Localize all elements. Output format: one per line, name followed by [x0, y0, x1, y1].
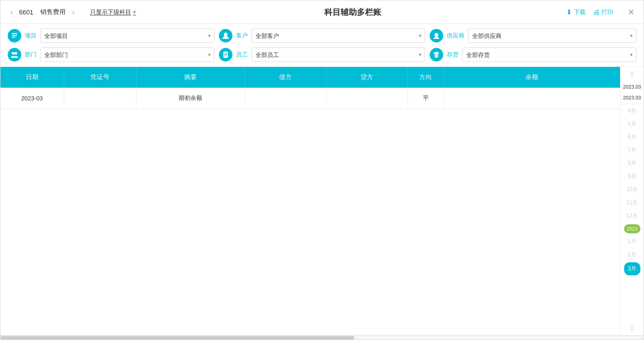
inventory-select[interactable]: 全部存货 — [462, 47, 636, 62]
project-select-wrapper[interactable]: 全部项目 — [40, 28, 214, 43]
timeline-item-9[interactable]: 9月 — [620, 170, 644, 183]
customer-select[interactable]: 全部客户 — [251, 28, 426, 43]
cell-credit — [326, 88, 407, 109]
show-sub-dropdown[interactable]: 只显示下级科目 ▾ — [86, 6, 140, 18]
timeline-items: 2023.03 2023.03 4月 5月 6月 7月 8月 9月 10月 11… — [620, 80, 644, 321]
col-header-date: 日期 — [0, 67, 64, 88]
download-btn[interactable]: ⬇ 下载 — [566, 8, 586, 16]
svg-rect-7 — [224, 53, 227, 54]
main-table-area[interactable]: 日期 凭证号 摘要 借方 贷方 方向 余额 2023-03 期初余额 — [0, 67, 620, 335]
account-name: 销售费用 — [40, 8, 66, 16]
project-icon — [8, 29, 21, 42]
svg-rect-9 — [224, 56, 226, 57]
filter-row-2: 部门 全部部门 员工 — [8, 47, 636, 62]
svg-rect-0 — [12, 33, 17, 34]
project-select[interactable]: 全部项目 — [40, 28, 214, 43]
side-timeline: ⇧ 2023.03 2023.03 4月 5月 6月 7月 8月 9月 10月 … — [620, 67, 644, 335]
svg-rect-2 — [12, 37, 15, 38]
supplier-select-wrapper[interactable]: 全部供应商 — [468, 28, 636, 43]
timeline-item-11[interactable]: 11月 — [620, 196, 644, 209]
employee-select-wrapper[interactable]: 全部员工 — [251, 47, 426, 62]
cell-date: 2023-03 — [0, 88, 64, 109]
account-code: 6601 — [19, 9, 33, 16]
timeline-item-next-1[interactable]: 1月 — [620, 235, 644, 248]
timeline-up-btn[interactable]: ⇧ — [620, 67, 644, 80]
svg-rect-8 — [224, 54, 227, 55]
customer-select-wrapper[interactable]: 全部客户 — [251, 28, 426, 43]
filter-item-customer: 客户 全部客户 — [219, 28, 426, 43]
timeline-item-4[interactable]: 4月 — [620, 104, 644, 118]
svg-point-3 — [435, 33, 438, 37]
filter-bar: 项目 全部项目 客户 全部客户 — [0, 24, 644, 67]
svg-point-5 — [14, 52, 17, 55]
filter-item-employee: 员工 全部员工 — [219, 47, 426, 62]
prev-account-btn[interactable]: ‹ — [8, 6, 15, 18]
timeline-down-btn[interactable]: ⇩ — [620, 321, 644, 335]
timeline-item-5[interactable]: 5月 — [620, 118, 644, 131]
dept-icon — [8, 48, 21, 61]
employee-select[interactable]: 全部员工 — [251, 47, 426, 62]
filter-item-inventory: 存货 全部存货 — [430, 47, 636, 62]
timeline-item-12[interactable]: 12月 — [620, 209, 644, 222]
cell-direction: 平 — [407, 88, 444, 109]
filter-item-dept: 部门 全部部门 — [8, 47, 214, 62]
col-header-balance: 余额 — [444, 67, 620, 88]
inventory-select-wrapper[interactable]: 全部存货 — [462, 47, 636, 62]
close-btn[interactable]: ✕ — [626, 5, 636, 19]
employee-icon — [219, 48, 232, 61]
dept-label: 部门 — [25, 51, 37, 59]
filter-item-supplier: 供应商 全部供应商 — [430, 28, 636, 43]
timeline-section-top: 2023.03 2023.03 — [620, 80, 644, 104]
timeline-item-2023-03-2[interactable]: 2023.03 — [620, 92, 644, 103]
timeline-item-next-2[interactable]: 2月 — [620, 248, 644, 261]
table-row[interactable]: 2023-03 期初余额 平 — [0, 88, 620, 109]
cell-debit — [245, 88, 326, 109]
timeline-item-10[interactable]: 10月 — [620, 183, 644, 196]
timeline-item-next-3[interactable]: 3月 — [624, 262, 640, 275]
page-title: 科目辅助多栏账 — [140, 7, 566, 18]
project-label: 项目 — [25, 32, 37, 40]
timeline-item-6[interactable]: 6月 — [620, 131, 644, 144]
cell-summary: 期初余额 — [136, 88, 245, 109]
cell-balance — [444, 88, 620, 109]
title-bar: ‹ 6601 销售费用 › 只显示下级科目 ▾ 科目辅助多栏账 ⬇ 下载 🖨 打… — [0, 0, 644, 24]
svg-rect-1 — [12, 35, 17, 36]
dept-select-wrapper[interactable]: 全部部门 — [40, 47, 214, 62]
print-icon: 🖨 — [593, 8, 600, 16]
supplier-select[interactable]: 全部供应商 — [468, 28, 636, 43]
chevron-down-icon: ▾ — [133, 9, 136, 15]
svg-point-4 — [12, 52, 14, 55]
employee-label: 员工 — [236, 51, 248, 59]
filter-row-1: 项目 全部项目 客户 全部客户 — [8, 28, 636, 43]
table-container: 日期 凭证号 摘要 借方 贷方 方向 余额 2023-03 期初余额 — [0, 67, 644, 335]
inventory-icon — [430, 48, 443, 61]
customer-icon — [219, 29, 232, 42]
timeline-item-7[interactable]: 7月 — [620, 144, 644, 157]
inventory-label: 存货 — [447, 51, 459, 59]
cell-voucher — [64, 88, 136, 109]
timeline-item-8[interactable]: 8月 — [620, 157, 644, 170]
next-account-btn[interactable]: › — [69, 6, 77, 18]
col-header-summary: 摘要 — [136, 67, 245, 88]
dept-select[interactable]: 全部部门 — [40, 47, 214, 62]
toolbar-right: ⬇ 下载 🖨 打印 ✕ — [566, 5, 636, 19]
col-header-credit: 贷方 — [326, 67, 407, 88]
main-window: ‹ 6601 销售费用 › 只显示下级科目 ▾ 科目辅助多栏账 ⬇ 下载 🖨 打… — [0, 0, 644, 340]
supplier-icon — [430, 29, 443, 42]
table-header-row: 日期 凭证号 摘要 借方 贷方 方向 余额 — [0, 67, 620, 88]
download-icon: ⬇ — [566, 8, 572, 16]
col-header-debit: 借方 — [245, 67, 326, 88]
col-header-direction: 方向 — [407, 67, 444, 88]
col-header-voucher: 凭证号 — [64, 67, 136, 88]
ledger-table: 日期 凭证号 摘要 借方 贷方 方向 余额 2023-03 期初余额 — [0, 67, 620, 109]
supplier-label: 供应商 — [447, 32, 464, 40]
timeline-item-2023-03-1[interactable]: 2023.03 — [620, 81, 644, 92]
timeline-year-2023[interactable]: 2023 — [624, 224, 640, 233]
print-btn[interactable]: 🖨 打印 — [593, 8, 613, 16]
customer-label: 客户 — [236, 32, 248, 40]
bottom-scrollbar[interactable] — [0, 335, 644, 340]
filter-item-project: 项目 全部项目 — [8, 28, 214, 43]
